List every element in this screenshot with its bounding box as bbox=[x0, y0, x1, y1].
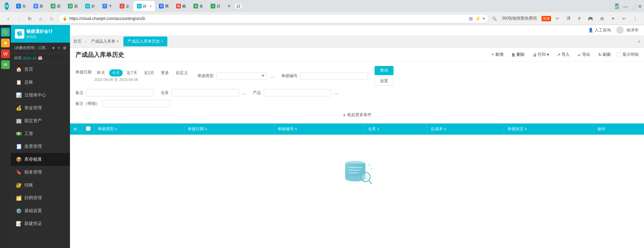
maximize-button[interactable]: ⬜ bbox=[630, 4, 635, 8]
sidebar-item-base[interactable]: ⚙️ 基础设置 bbox=[11, 204, 70, 217]
col-gear[interactable]: ⚙ bbox=[70, 123, 82, 135]
bookmark-button[interactable]: ☆ bbox=[47, 15, 55, 23]
new-tab-button[interactable]: + bbox=[224, 3, 234, 10]
date-7days[interactable]: 近7天 bbox=[124, 69, 140, 76]
cost-sort[interactable]: 总成本 ⇅ bbox=[431, 126, 500, 132]
date-custom[interactable]: 自定义 bbox=[173, 69, 191, 76]
tab-hao2-active[interactable]: 好 好 × bbox=[134, 1, 155, 11]
sidebar-item-report[interactable]: 📊 云报表中心 bbox=[11, 89, 70, 102]
date-yesterday[interactable]: 昨天 bbox=[94, 69, 108, 76]
print-button[interactable]: 🖨 打印 ▾ bbox=[530, 50, 552, 59]
remark-detail-input[interactable] bbox=[102, 100, 170, 107]
settings-icon[interactable]: ⚙ bbox=[63, 46, 67, 50]
tab-teng[interactable]: 腾 腾 bbox=[156, 1, 172, 11]
back-button[interactable]: ‹ bbox=[4, 15, 12, 23]
sidebar-item-tax[interactable]: 🔖 税务管理 bbox=[11, 166, 70, 179]
number-sort[interactable]: 单据编号 ⇅ bbox=[278, 126, 360, 132]
sidebar-item-salary[interactable]: 💵 工资 bbox=[11, 127, 70, 140]
gear-icon[interactable]: ⚙ bbox=[73, 127, 77, 132]
add-org-icon[interactable]: + bbox=[58, 46, 60, 50]
tab-xin[interactable]: 新 新 bbox=[30, 1, 47, 11]
undo-tool[interactable]: ↩ bbox=[620, 15, 628, 22]
export-button[interactable]: ↙ 导出 bbox=[575, 50, 593, 59]
breadcrumb-home[interactable]: 首页 bbox=[73, 39, 81, 44]
sidebar-item-assets[interactable]: 🏢 固定资产 bbox=[11, 114, 70, 127]
translate-tool[interactable]: 译 bbox=[564, 15, 573, 22]
icon-star[interactable]: ★ bbox=[1, 39, 10, 47]
close-tab-active[interactable]: × bbox=[149, 4, 151, 8]
period-selector[interactable]: 账期 2021-10 📅 bbox=[11, 53, 70, 63]
org-selector[interactable]: (勿删勿禁用）江西腿宝测试专用 ▾ + ⚙ bbox=[11, 43, 70, 53]
filter-settings-button[interactable]: 设置 bbox=[375, 76, 393, 86]
close-history-tab[interactable]: × bbox=[161, 40, 163, 43]
grid-tool[interactable]: ⊞ bbox=[598, 15, 606, 22]
tab-mu[interactable]: S 目 bbox=[207, 1, 224, 11]
refresh-button[interactable]: ↻ bbox=[26, 15, 34, 23]
icon-mail[interactable]: ✉ bbox=[1, 60, 10, 69]
sidebar-item-close[interactable]: 🔐 结账 bbox=[11, 179, 70, 191]
type-select[interactable] bbox=[216, 72, 267, 80]
game-tool[interactable]: 🎮 bbox=[585, 15, 596, 22]
scissors-tool[interactable]: ✂ bbox=[553, 15, 562, 22]
date-more[interactable]: 更多 bbox=[158, 69, 172, 76]
lightning-icon[interactable]: ⚡ bbox=[475, 16, 481, 21]
tab-history[interactable]: 产成品入库单历史 × bbox=[123, 37, 167, 46]
ai-consult-button[interactable]: 👤 人工咨询 bbox=[588, 27, 611, 33]
close-panel-button[interactable]: × bbox=[638, 39, 641, 44]
warehouse-sort[interactable]: 仓库 ⇅ bbox=[368, 126, 424, 132]
date-today[interactable]: 今天 bbox=[109, 69, 123, 76]
close-window-button[interactable]: ✕ bbox=[638, 4, 643, 8]
more-tool[interactable]: ⋮ bbox=[630, 15, 640, 22]
sidebar-item-funds[interactable]: 💰 资金管理 bbox=[11, 102, 70, 114]
sidebar-item-inventory[interactable]: 📦 库存核算 bbox=[11, 153, 70, 166]
sidebar-item-archive[interactable]: 🗂️ 归档管理 bbox=[11, 191, 70, 204]
tab-chang[interactable]: 畅 畅 bbox=[173, 1, 189, 11]
minimize-button[interactable]: — bbox=[623, 4, 628, 8]
date-sort[interactable]: 单据日期 ⇅ bbox=[188, 126, 270, 132]
forward-button[interactable]: › bbox=[15, 15, 23, 23]
nav-tab-0[interactable]: N bbox=[1, 1, 12, 11]
tab-hao1[interactable]: 好 好 bbox=[82, 1, 98, 11]
date-1month[interactable]: 近1月 bbox=[141, 69, 157, 76]
select-all-checkbox[interactable] bbox=[86, 126, 91, 131]
tab-ge2[interactable]: 各 各 bbox=[190, 1, 207, 11]
smart-cutout[interactable]: 360智能抠图免费用 bbox=[499, 15, 540, 22]
product-input[interactable] bbox=[264, 89, 331, 96]
status-sort[interactable]: 单据状态 ⇅ bbox=[507, 126, 590, 132]
tab-list[interactable]: 产成品入库单 × bbox=[87, 37, 123, 46]
dropdown-icon[interactable]: ▾ bbox=[483, 16, 485, 21]
tab-count[interactable]: 12 bbox=[234, 3, 242, 9]
tab-zai[interactable]: 在 在 bbox=[13, 1, 29, 11]
sidebar-item-invoice[interactable]: 🧾 发票管理 bbox=[11, 140, 70, 153]
user-info[interactable]: 徐泽华 bbox=[616, 26, 639, 34]
import-button[interactable]: ↗ 导入 bbox=[554, 50, 572, 59]
apps-icon[interactable]: ⊞ bbox=[469, 16, 473, 21]
show-cols-checkbox[interactable] bbox=[616, 52, 621, 57]
yuan-tool[interactable]: ¥ bbox=[575, 15, 583, 22]
show-cols-toggle[interactable]: 显示明细 bbox=[616, 52, 639, 58]
delete-button[interactable]: 🗑 删除 bbox=[509, 50, 527, 59]
sun-tool[interactable]: ☀ bbox=[609, 15, 618, 22]
sidebar-item-home[interactable]: 🏠 首页 bbox=[11, 63, 70, 76]
number-input[interactable] bbox=[300, 72, 368, 80]
query-button[interactable]: 查询 bbox=[375, 66, 393, 75]
tab-yi2[interactable]: 易 易 bbox=[65, 1, 81, 11]
home-button[interactable]: ⌂ bbox=[37, 15, 45, 23]
warehouse-input[interactable] bbox=[171, 89, 239, 96]
sidebar-item-ledger[interactable]: 📋 总账 bbox=[11, 76, 70, 89]
tab-qi[interactable]: 企 企 bbox=[116, 1, 133, 11]
collapse-button[interactable]: ∧ 收起更多条件 bbox=[341, 111, 373, 119]
remark-input[interactable] bbox=[86, 89, 154, 96]
type-sort[interactable]: 单据类型 ⇅ bbox=[98, 126, 181, 132]
icon-weibo[interactable]: W bbox=[1, 49, 10, 58]
add-button[interactable]: + 新增 bbox=[489, 50, 506, 59]
clothes-icon[interactable]: 🎽 bbox=[614, 3, 620, 9]
url-bar[interactable]: 🔒 https://cloud.chanjet.com/accounting/u… bbox=[58, 14, 489, 23]
refresh-button-toolbar[interactable]: ↻ 刷新 bbox=[596, 50, 614, 59]
sidebar-item-new-voucher[interactable]: 📝 新建凭证 bbox=[11, 217, 70, 230]
tab-yi1[interactable]: 易 易 bbox=[47, 1, 64, 11]
tab-ge[interactable]: 个 个 bbox=[99, 1, 116, 11]
icon-chanjet[interactable]: 🟢 bbox=[1, 28, 10, 37]
col-check[interactable] bbox=[82, 123, 94, 135]
close-list-tab[interactable]: × bbox=[117, 40, 119, 43]
